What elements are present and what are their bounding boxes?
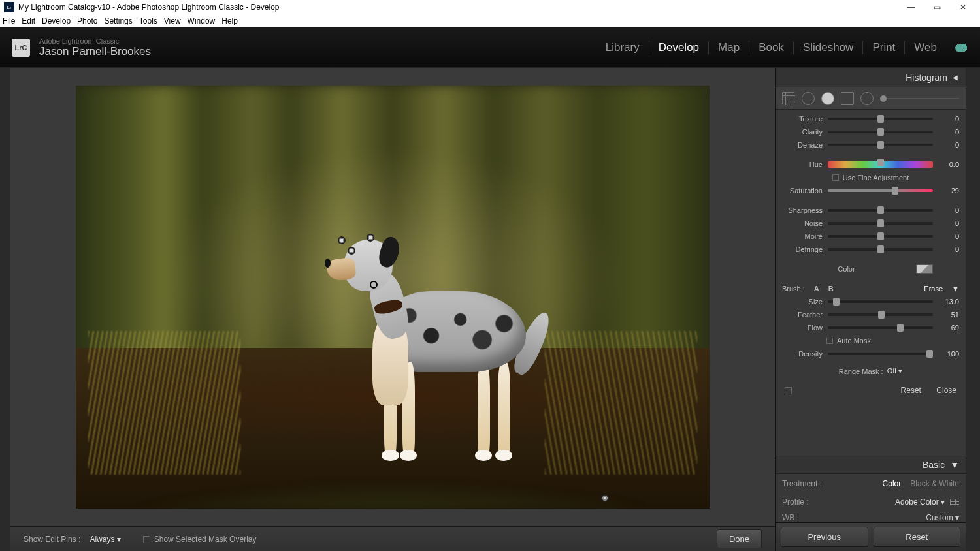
range-mask-value[interactable]: Off ▾: [887, 367, 903, 375]
size-slider[interactable]: [828, 300, 933, 303]
treatment-color[interactable]: Color: [883, 479, 902, 488]
module-print[interactable]: Print: [863, 41, 905, 54]
adjustment-pin[interactable]: [348, 247, 355, 255]
density-value[interactable]: 100: [938, 350, 959, 358]
close-button[interactable]: ✕: [950, 3, 976, 12]
density-slider[interactable]: [828, 353, 933, 355]
dehaze-value[interactable]: 0: [938, 141, 959, 149]
feather-slider[interactable]: [828, 313, 933, 316]
sharpness-label: Sharpness: [782, 206, 823, 214]
module-develop[interactable]: Develop: [649, 41, 709, 54]
wb-label: WB :: [782, 513, 799, 522]
reset-brush-button[interactable]: Reset: [901, 386, 921, 395]
histogram-header[interactable]: Histogram◀: [776, 68, 966, 87]
defringe-value[interactable]: 0: [938, 245, 959, 253]
redeye-tool-icon[interactable]: [821, 92, 834, 105]
menu-window[interactable]: Window: [188, 16, 216, 25]
flow-slider[interactable]: [828, 326, 933, 329]
module-web[interactable]: Web: [905, 41, 946, 54]
saturation-value[interactable]: 29: [938, 187, 959, 195]
right-scrollbar[interactable]: [966, 68, 980, 551]
show-edit-pins-value[interactable]: Always ▾: [90, 535, 120, 544]
density-label: Density: [782, 350, 823, 358]
module-library[interactable]: Library: [596, 41, 649, 54]
image-canvas[interactable]: [76, 86, 710, 509]
sharpness-value[interactable]: 0: [938, 206, 959, 214]
radial-filter-icon[interactable]: [860, 92, 874, 105]
hue-slider[interactable]: [828, 161, 933, 168]
treatment-bw[interactable]: Black & White: [910, 479, 959, 488]
brush-b[interactable]: B: [828, 285, 834, 292]
clarity-slider[interactable]: [828, 131, 933, 133]
texture-slider[interactable]: [828, 118, 933, 120]
menu-develop[interactable]: Develop: [42, 16, 71, 25]
noise-slider[interactable]: [828, 222, 933, 225]
size-value[interactable]: 13.0: [938, 298, 959, 306]
before-after-toggle[interactable]: [785, 387, 792, 394]
close-brush-button[interactable]: Close: [936, 386, 956, 395]
menu-tools[interactable]: Tools: [139, 16, 157, 25]
adjustment-pin[interactable]: [367, 234, 374, 242]
module-slideshow[interactable]: Slideshow: [794, 41, 864, 54]
done-button[interactable]: Done: [717, 529, 762, 548]
menu-file[interactable]: File: [3, 16, 15, 25]
moire-value[interactable]: 0: [938, 232, 959, 240]
photo-grass: [545, 331, 697, 475]
brush-disclosure-icon[interactable]: ▼: [952, 285, 959, 292]
menu-settings[interactable]: Settings: [104, 16, 132, 25]
graduated-filter-icon[interactable]: [841, 92, 854, 105]
right-panel: Histogram◀ Texture0 Clarity0 Dehaze0 Hue…: [775, 68, 966, 551]
menu-edit[interactable]: Edit: [22, 16, 35, 25]
minimize-button[interactable]: —: [898, 3, 924, 12]
cloud-sync-icon[interactable]: [955, 43, 968, 52]
reset-button[interactable]: Reset: [874, 527, 961, 547]
previous-button[interactable]: Previous: [781, 527, 868, 547]
fine-adjustment-toggle[interactable]: Use Fine Adjustment: [782, 171, 959, 184]
hue-label: Hue: [782, 161, 823, 168]
mask-overlay-toggle[interactable]: Show Selected Mask Overlay: [143, 535, 257, 544]
profile-label: Profile :: [782, 497, 809, 507]
dehaze-label: Dehaze: [782, 141, 823, 149]
dehaze-slider[interactable]: [828, 144, 933, 146]
maximize-button[interactable]: ▭: [924, 3, 950, 12]
adjustment-pin-active[interactable]: [370, 281, 378, 289]
clarity-value[interactable]: 0: [938, 128, 959, 136]
brush-erase[interactable]: Erase: [924, 285, 943, 292]
module-book[interactable]: Book: [749, 41, 794, 54]
module-map[interactable]: Map: [709, 41, 749, 54]
hue-value[interactable]: 0.0: [938, 161, 959, 168]
brush-tool-icon[interactable]: [880, 98, 959, 99]
flow-value[interactable]: 69: [938, 324, 959, 332]
texture-value[interactable]: 0: [938, 115, 959, 123]
wb-select[interactable]: Custom ▾: [926, 513, 959, 522]
menu-photo[interactable]: Photo: [77, 16, 97, 25]
photo-subject-dog: [336, 225, 538, 462]
texture-label: Texture: [782, 115, 823, 123]
develop-toolbar: Show Edit Pins : Always ▾ Show Selected …: [10, 526, 775, 551]
profile-browser-icon[interactable]: [950, 499, 959, 505]
profile-select[interactable]: Adobe Color ▾: [895, 497, 945, 507]
adjustment-pin[interactable]: [338, 236, 346, 244]
saturation-slider[interactable]: [828, 189, 933, 192]
noise-value[interactable]: 0: [938, 219, 959, 227]
sharpness-slider[interactable]: [828, 209, 933, 212]
crop-tool-icon[interactable]: [782, 92, 795, 105]
defringe-slider[interactable]: [828, 248, 933, 251]
left-panel-collapsed[interactable]: [0, 68, 10, 551]
size-label: Size: [782, 298, 823, 306]
moire-label: Moiré: [782, 232, 823, 240]
spot-tool-icon[interactable]: [802, 92, 815, 105]
brush-label: Brush :: [782, 285, 805, 292]
menu-help[interactable]: Help: [221, 16, 238, 25]
moire-slider[interactable]: [828, 235, 933, 238]
module-header: LrC Adobe Lightroom Classic Jason Parnel…: [0, 27, 980, 68]
feather-value[interactable]: 51: [938, 311, 959, 319]
auto-mask-toggle[interactable]: Auto Mask: [782, 334, 959, 347]
feather-label: Feather: [782, 311, 823, 319]
basic-panel-header[interactable]: Basic▼: [776, 456, 966, 474]
color-swatch[interactable]: [916, 264, 933, 274]
tool-strip: [776, 87, 966, 110]
product-name: Adobe Lightroom Classic: [39, 37, 151, 45]
menu-view[interactable]: View: [164, 16, 181, 25]
brush-a[interactable]: A: [814, 285, 819, 292]
